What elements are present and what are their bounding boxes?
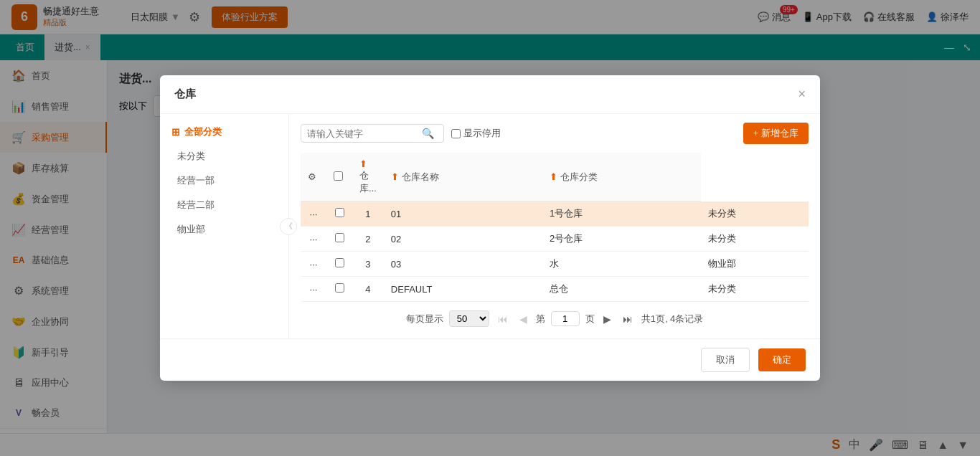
row-category: 物业部: [701, 252, 809, 277]
category-all[interactable]: ⊞ 全部分类: [160, 120, 288, 144]
row-gear[interactable]: ···: [301, 277, 326, 302]
row-num: 3: [352, 252, 384, 277]
table-row[interactable]: ··· 3 03 水 物业部: [301, 252, 809, 277]
page-label: 第: [536, 313, 545, 326]
add-warehouse-button[interactable]: + 新增仓库: [743, 123, 809, 144]
category-collapse-button[interactable]: 《: [280, 218, 297, 235]
total-info: 共1页, 4条记录: [641, 313, 704, 326]
table-row[interactable]: ··· 1 01 1号仓库 未分类: [301, 201, 809, 227]
prev-page-btn[interactable]: ◀: [517, 312, 530, 326]
warehouse-table: ⚙ ⬆仓库... ⬆仓库名称 ⬆仓库分类 ··· 1 01 1号仓库 未分类: [301, 153, 809, 302]
row-num: 1: [352, 201, 384, 227]
th-check: [326, 153, 352, 201]
row-gear[interactable]: ···: [301, 252, 326, 277]
page-unit: 页: [585, 313, 595, 326]
modal-footer: 取消 确定: [160, 338, 820, 381]
th-name: ⬆仓库名称: [384, 153, 542, 201]
show-disabled-check[interactable]: [451, 129, 461, 138]
search-wrap: 🔍: [301, 124, 444, 143]
table-row[interactable]: ··· 2 02 2号仓库 未分类: [301, 227, 809, 252]
table-row[interactable]: ··· 4 DEFAULT 总仓 未分类: [301, 277, 809, 302]
modal-header: 仓库 ×: [160, 75, 820, 114]
row-checkbox[interactable]: [326, 201, 352, 227]
row-gear[interactable]: ···: [301, 227, 326, 252]
category-item-property[interactable]: 物业部: [160, 217, 288, 242]
category-item-unclassified[interactable]: 未分类: [160, 144, 288, 168]
search-icon[interactable]: 🔍: [422, 128, 434, 139]
last-page-btn[interactable]: ⏭: [620, 312, 636, 326]
confirm-button[interactable]: 确定: [758, 348, 806, 371]
show-disabled-checkbox[interactable]: 显示停用: [451, 127, 501, 140]
select-all-checkbox[interactable]: [334, 171, 343, 181]
row-num: 2: [352, 227, 384, 252]
category-item-ops2[interactable]: 经营二部: [160, 193, 288, 217]
modal-close-button[interactable]: ×: [798, 87, 806, 102]
th-code: ⬆仓库...: [352, 153, 384, 201]
row-name: 1号仓库: [542, 201, 701, 227]
row-code: 02: [384, 227, 542, 252]
modal-body: 《 ⊞ 全部分类 未分类 经营一部 经营二部 物业部 🔍: [160, 114, 820, 338]
category-item-ops1[interactable]: 经营一部: [160, 168, 288, 193]
modal-right-panel: 🔍 显示停用 + 新增仓库 ⚙: [289, 114, 820, 338]
show-disabled-label: 显示停用: [463, 127, 501, 140]
row-name: 总仓: [542, 277, 701, 302]
search-input[interactable]: [307, 128, 422, 139]
table-wrapper: ⚙ ⬆仓库... ⬆仓库名称 ⬆仓库分类 ··· 1 01 1号仓库 未分类: [301, 153, 809, 302]
row-name: 2号仓库: [542, 227, 701, 252]
row-code: DEFAULT: [384, 277, 542, 302]
page-number-input[interactable]: [551, 311, 580, 326]
row-category: 未分类: [701, 227, 809, 252]
row-code: 03: [384, 252, 542, 277]
per-page-select[interactable]: 50 20 100: [449, 310, 489, 327]
row-category: 未分类: [701, 277, 809, 302]
row-gear[interactable]: ···: [301, 201, 326, 227]
per-page-label: 每页显示: [406, 313, 443, 326]
row-checkbox[interactable]: [326, 252, 352, 277]
modal-title: 仓库: [174, 87, 196, 101]
row-name: 水: [542, 252, 701, 277]
category-panel: 《 ⊞ 全部分类 未分类 经营一部 经营二部 物业部: [160, 114, 289, 338]
th-category: ⬆仓库分类: [542, 153, 701, 201]
row-checkbox[interactable]: [326, 277, 352, 302]
cancel-button[interactable]: 取消: [701, 348, 750, 372]
warehouse-modal: 仓库 × 《 ⊞ 全部分类 未分类 经营一部 经营二部 物业部: [160, 75, 820, 381]
pagination: 每页显示 50 20 100 ⏮ ◀ 第 页 ▶ ⏭ 共1页, 4条记录: [301, 302, 809, 330]
first-page-btn[interactable]: ⏮: [495, 312, 511, 326]
row-checkbox[interactable]: [326, 227, 352, 252]
row-num: 4: [352, 277, 384, 302]
th-gear: ⚙: [301, 153, 326, 201]
category-all-label: 全部分类: [184, 125, 222, 138]
row-code: 01: [384, 201, 542, 227]
next-page-btn[interactable]: ▶: [600, 312, 614, 326]
modal-toolbar: 🔍 显示停用 + 新增仓库: [301, 123, 809, 144]
modal-overlay: 仓库 × 《 ⊞ 全部分类 未分类 经营一部 经营二部 物业部: [0, 0, 980, 456]
row-category: 未分类: [701, 201, 809, 227]
grid-icon: ⊞: [171, 126, 180, 138]
